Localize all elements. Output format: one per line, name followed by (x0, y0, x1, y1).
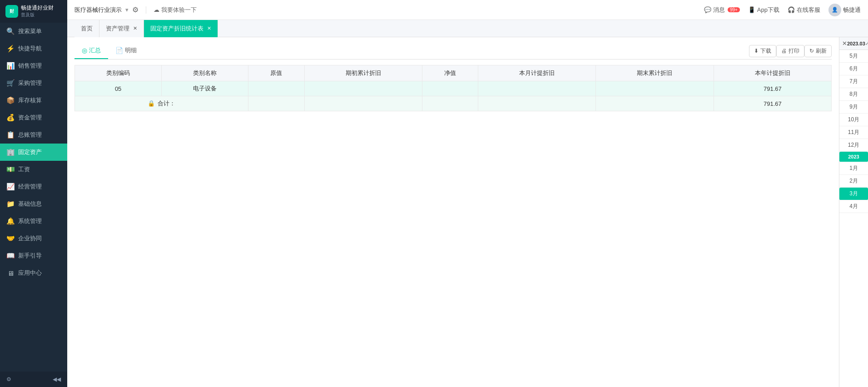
refresh-btn[interactable]: ↻ 刷新 (804, 45, 832, 57)
tab-asset-mgmt[interactable]: 资产管理 ✕ (99, 20, 144, 37)
sidebar-item-operations[interactable]: 📈 经营管理 (0, 178, 67, 195)
sidebar-item-funds[interactable]: 💰 资金管理 (0, 109, 67, 126)
tab-depreciation-label: 固定资产折旧统计表 (150, 25, 203, 33)
messages-action[interactable]: 💬 消息 99+ (704, 6, 740, 14)
sidebar: 财 畅捷通好业财 普及版 🔍 搜索菜单 ⚡ 快捷导航 📊 销售管理 🛒 采购管理… (0, 0, 67, 387)
sidebar-item-system[interactable]: 🔔 系统管理 (0, 213, 67, 230)
salary-icon: 💵 (6, 165, 15, 174)
subtab-summary[interactable]: ◎ 汇总 (74, 43, 108, 59)
refresh-btn-icon: ↻ (809, 48, 814, 54)
total-yearly: 791.67 (714, 96, 831, 111)
print-btn-icon: 🖨 (781, 48, 787, 54)
col-period-end: 期末累计折旧 (596, 65, 714, 81)
date-month-12[interactable]: 12月 (839, 139, 868, 152)
sidebar-item-inventory[interactable]: 📦 库存核算 (0, 92, 67, 109)
sidebar-label-appcenter: 应用中心 (18, 269, 42, 277)
sidebar-label-guide: 新手引导 (18, 252, 42, 260)
cell-initial-accum (304, 81, 422, 96)
sidebar-item-appcenter[interactable]: 🖥 应用中心 (0, 264, 67, 282)
sidebar-label-ledger: 总账管理 (18, 131, 42, 139)
sidebar-item-sales[interactable]: 📊 销售管理 (0, 57, 67, 74)
tab-home[interactable]: 首页 (74, 20, 99, 37)
tab-depreciation[interactable]: 固定资产折旧统计表 ✕ (144, 20, 218, 37)
user-action[interactable]: 👤 畅捷通 (828, 4, 861, 16)
panel-expand-icon[interactable]: ⤢ (865, 40, 868, 46)
right-panel: ✕ 2023.03 ⤢ 5月 6月 7月 8月 9月 10月 11月 12月 2… (839, 37, 868, 387)
date-month-11[interactable]: 11月 (839, 126, 868, 139)
date-month-9[interactable]: 9月 (839, 101, 868, 114)
topbar-settings-icon[interactable]: ⚙ (132, 5, 139, 14)
experience-icon: ☁ (154, 6, 159, 13)
total-label: 🔒 合计： (75, 96, 248, 111)
cell-original (248, 81, 304, 96)
date-month-8[interactable]: 8月 (839, 88, 868, 101)
date-month-10[interactable]: 10月 (839, 114, 868, 126)
sidebar-collapse-btn[interactable]: ◀◀ (53, 376, 61, 382)
tab-depreciation-close[interactable]: ✕ (207, 25, 211, 31)
divider (146, 6, 146, 14)
cell-name: 电子设备 (162, 81, 248, 96)
cell-yearly: 791.67 (714, 81, 831, 96)
sidebar-item-collab[interactable]: 🤝 企业协同 (0, 230, 67, 247)
subtabs: ◎ 汇总 📄 明细 ⬇ 下载 🖨 打印 ↻ (74, 43, 832, 60)
cell-period-end (596, 81, 714, 96)
support-icon: 🎧 (788, 6, 795, 13)
appcenter-icon: 🖥 (6, 269, 15, 277)
date-month-5[interactable]: 5月 (839, 50, 868, 63)
depreciation-table: 类别编码 类别名称 原值 期初累计折旧 净值 本月计提折旧 期末累计折旧 本年计… (74, 65, 832, 111)
funds-icon: 💰 (6, 114, 15, 122)
app-name: 畅捷通好业财 (21, 5, 54, 12)
date-year-2023[interactable]: 2023 (839, 152, 868, 162)
sidebar-item-salary[interactable]: 💵 工资 (0, 161, 67, 178)
tab-asset-mgmt-close[interactable]: ✕ (133, 25, 137, 31)
logo-text-group: 畅捷通好业财 普及版 (21, 5, 54, 18)
sidebar-label-search: 搜索菜单 (18, 27, 42, 35)
sidebar-label-operations: 经营管理 (18, 183, 42, 191)
system-icon: 🔔 (6, 217, 15, 225)
sidebar-label-salary: 工资 (18, 165, 30, 174)
sidebar-item-basic[interactable]: 📁 基础信息 (0, 195, 67, 213)
date-2023-month-3[interactable]: 3月 (839, 188, 868, 200)
download-action[interactable]: 📱 App下载 (748, 6, 779, 14)
settings-icon[interactable]: ⚙ (6, 376, 11, 382)
collab-icon: 🤝 (6, 234, 15, 243)
experience-label: 我要体验一下 (161, 6, 197, 14)
print-btn[interactable]: 🖨 打印 (776, 45, 804, 57)
date-2023-month-4[interactable]: 4月 (839, 200, 868, 213)
app-version: 普及版 (21, 12, 54, 18)
sidebar-item-guide[interactable]: 📖 新手引导 (0, 247, 67, 264)
table-wrapper: 类别编码 类别名称 原值 期初累计折旧 净值 本月计提折旧 期末累计折旧 本年计… (74, 65, 832, 382)
subtab-detail[interactable]: 📄 明细 (108, 43, 144, 59)
experience-btn[interactable]: ☁ 我要体验一下 (154, 6, 197, 14)
content-area: ◎ 汇总 📄 明细 ⬇ 下载 🖨 打印 ↻ (67, 37, 868, 387)
sidebar-item-purchase[interactable]: 🛒 采购管理 (0, 74, 67, 92)
sidebar-item-quicknav[interactable]: ⚡ 快捷导航 (0, 40, 67, 57)
col-code: 类别编码 (75, 65, 162, 81)
sidebar-item-search[interactable]: 🔍 搜索菜单 (0, 23, 67, 40)
user-label: 畅捷通 (843, 6, 861, 14)
date-month-7[interactable]: 7月 (839, 75, 868, 88)
date-2023-month-1[interactable]: 1月 (839, 162, 868, 175)
topbar-left: 医疗器械行业演示 ▾ ⚙ ☁ 我要体验一下 (74, 5, 197, 14)
support-action[interactable]: 🎧 在线客服 (788, 6, 820, 14)
messages-label: 消息 (713, 6, 725, 14)
table-header-row: 类别编码 类别名称 原值 期初累计折旧 净值 本月计提折旧 期末累计折旧 本年计… (75, 65, 832, 81)
col-original: 原值 (248, 65, 304, 81)
cell-net (422, 81, 478, 96)
company-dropdown-icon[interactable]: ▾ (125, 6, 129, 13)
avatar: 👤 (828, 4, 841, 16)
total-net (422, 96, 478, 111)
panel-close-icon[interactable]: ✕ (842, 40, 847, 47)
cell-monthly (478, 81, 595, 96)
total-period-end (596, 96, 714, 111)
sidebar-footer: ⚙ ◀◀ (0, 372, 67, 387)
download-label: App下载 (757, 6, 779, 14)
sidebar-item-fixedasset[interactable]: 🏢 固定资产 (0, 144, 67, 161)
sidebar-label-purchase: 采购管理 (18, 79, 42, 87)
sidebar-item-ledger[interactable]: 📋 总账管理 (0, 126, 67, 144)
date-2023-month-2[interactable]: 2月 (839, 175, 868, 188)
date-month-6[interactable]: 6月 (839, 63, 868, 75)
sidebar-scroll: 🔍 搜索菜单 ⚡ 快捷导航 📊 销售管理 🛒 采购管理 📦 库存核算 💰 资金管… (0, 23, 67, 372)
total-text: 合计： (158, 100, 175, 107)
download-btn[interactable]: ⬇ 下载 (749, 45, 776, 57)
